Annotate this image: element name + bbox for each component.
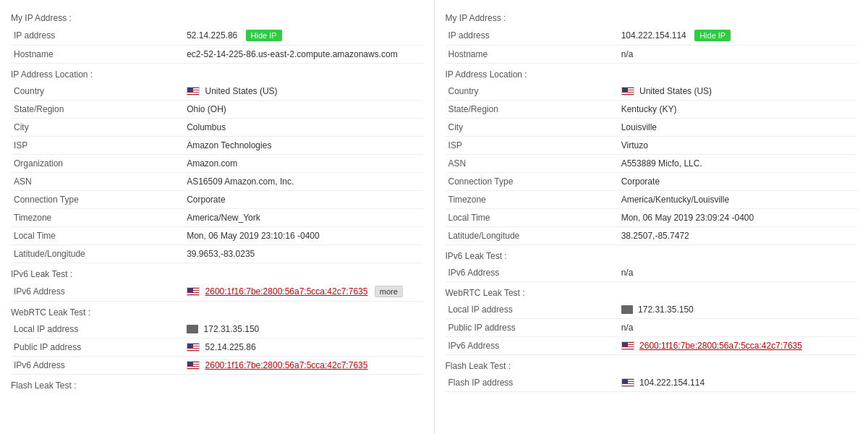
left-isp-value: Amazon Technologies (184, 137, 422, 155)
right-ll-label: Latitude/Longitude (446, 227, 618, 245)
left-country-value: United States (US) (205, 86, 278, 96)
left-org-label: Organization (11, 155, 184, 173)
left-ipv6-title: IPv6 Leak Test : (11, 269, 423, 279)
left-public-ip-row: Public IP address 52.14.225.86 (11, 339, 423, 357)
left-ip-value: 52.14.225.86 (187, 30, 237, 41)
right-city-row: City Louisville (446, 119, 858, 137)
right-ip-value-cell: 104.222.154.114 Hide IP (618, 26, 857, 46)
right-flash-table: Flash IP address 104.222.154.114 (446, 374, 858, 392)
left-ll-row: Latitude/Longitude 39.9653,-83.0235 (11, 245, 423, 263)
left-hide-ip-button[interactable]: Hide IP (246, 30, 282, 41)
left-local-ip-value: 172.31.35.150 (204, 324, 260, 334)
right-country-flag (621, 87, 634, 95)
right-public-ip-row: Public IP address n/a (446, 319, 858, 337)
left-conn-row: Connection Type Corporate (11, 191, 423, 209)
right-tz-row: Timezone America/Kentucky/Louisville (446, 191, 858, 209)
left-ipv6-flag (187, 287, 200, 296)
right-webrtc-ipv6-value-cell: 2600:1f16:7be:2800:56a7:5cca:42c7:7635 (618, 337, 857, 355)
left-ipv6-row: IPv6 Address 2600:1f16:7be:2800:56a7:5cc… (11, 282, 423, 302)
left-asn-label: ASN (11, 173, 184, 191)
left-public-ip-label: Public IP address (11, 339, 184, 357)
right-ip-label: IP address (446, 26, 618, 46)
right-asn-value: A553889 Micfo, LLC. (618, 155, 857, 173)
left-panel: My IP Address : IP address 52.14.225.86 … (0, 0, 435, 434)
left-tz-label: Timezone (11, 209, 184, 227)
right-hide-ip-button[interactable]: Hide IP (694, 30, 731, 41)
left-tz-value: America/New_York (184, 209, 422, 227)
right-conn-label: Connection Type (446, 173, 618, 191)
right-panel: My IP Address : IP address 104.222.154.1… (435, 0, 869, 434)
right-ipv6-row: IPv6 Address n/a (446, 264, 858, 282)
left-isp-label: ISP (11, 137, 184, 155)
right-webrtc-ipv6-label: IPv6 Address (446, 337, 618, 355)
right-flash-flag (621, 378, 634, 387)
right-location-table: Country United States (US) State/Region … (446, 82, 858, 245)
left-country-value-cell: United States (US) (184, 82, 422, 101)
right-public-ip-value: n/a (618, 319, 857, 337)
left-ipv6-label: IPv6 Address (11, 282, 184, 302)
right-hostname-label: Hostname (446, 46, 618, 64)
right-local-ip-value: 172.31.35.150 (638, 305, 694, 315)
left-ipv6-table: IPv6 Address 2600:1f16:7be:2800:56a7:5cc… (11, 282, 423, 302)
right-flash-label: Flash IP address (446, 374, 618, 392)
right-public-ip-label: Public IP address (446, 319, 618, 337)
right-conn-row: Connection Type Corporate (446, 173, 858, 191)
left-local-ip-row: Local IP address 172.31.35.150 (11, 320, 423, 339)
left-webrtc-title: WebRTC Leak Test : (11, 307, 423, 318)
right-ipv6-title: IPv6 Leak Test : (446, 251, 858, 261)
right-webrtc-ipv6-row: IPv6 Address 2600:1f16:7be:2800:56a7:5cc… (446, 337, 858, 355)
left-asn-row: ASN AS16509 Amazon.com, Inc. (11, 173, 423, 191)
left-state-label: State/Region (11, 101, 184, 119)
right-ip-row: IP address 104.222.154.114 Hide IP (446, 26, 858, 46)
right-ll-row: Latitude/Longitude 38.2507,-85.7472 (446, 227, 858, 245)
right-city-label: City (446, 119, 618, 137)
left-my-ip-title: My IP Address : (11, 13, 423, 23)
right-state-value: Kentucky (KY) (618, 101, 857, 119)
left-ipv6-more-button[interactable]: more (375, 286, 403, 297)
right-webrtc-ipv6-flag (621, 341, 634, 350)
left-isp-row: ISP Amazon Technologies (11, 137, 423, 155)
right-tz-value: America/Kentucky/Louisville (618, 191, 857, 209)
left-public-ip-value-cell: 52.14.225.86 (184, 339, 422, 357)
right-isp-value: Virtuzo (618, 137, 857, 155)
right-state-label: State/Region (446, 101, 618, 119)
right-local-ip-row: Local IP address 172.31.35.150 (446, 301, 858, 319)
right-flash-row: Flash IP address 104.222.154.114 (446, 374, 858, 392)
left-country-label: Country (11, 82, 184, 101)
left-lt-value: Mon, 06 May 2019 23:10:16 -0400 (184, 227, 422, 245)
left-conn-value: Corporate (184, 191, 422, 209)
right-local-ip-value-cell: 172.31.35.150 (618, 301, 857, 319)
right-state-row: State/Region Kentucky (KY) (446, 101, 858, 119)
left-webrtc-ipv6-value-cell: 2600:1f16:7be:2800:56a7:5cca:42c7:7635 (184, 357, 422, 375)
left-state-row: State/Region Ohio (OH) (11, 101, 423, 119)
right-country-label: Country (446, 82, 618, 101)
right-webrtc-ipv6-value: 2600:1f16:7be:2800:56a7:5cca:42c7:7635 (639, 341, 802, 351)
right-isp-label: ISP (446, 137, 618, 155)
left-hostname-row: Hostname ec2-52-14-225-86.us-east-2.comp… (11, 46, 423, 64)
left-conn-label: Connection Type (11, 191, 184, 209)
right-lt-row: Local Time Mon, 06 May 2019 23:09:24 -04… (446, 209, 858, 227)
left-hostname-value: ec2-52-14-225-86.us-east-2.compute.amazo… (184, 46, 422, 64)
right-country-row: Country United States (US) (446, 82, 858, 101)
right-webrtc-table: Local IP address 172.31.35.150 Public IP… (446, 301, 858, 355)
left-country-row: Country United States (US) (11, 82, 423, 101)
left-org-row: Organization Amazon.com (11, 155, 423, 173)
left-location-title: IP Address Location : (11, 69, 423, 80)
right-local-ip-icon (621, 305, 633, 314)
left-public-ip-value: 52.14.225.86 (205, 342, 256, 352)
right-hostname-row: Hostname n/a (446, 46, 858, 64)
left-lt-row: Local Time Mon, 06 May 2019 23:10:16 -04… (11, 227, 423, 245)
left-local-ip-label: Local IP address (11, 320, 184, 339)
left-lt-label: Local Time (11, 227, 184, 245)
left-org-value: Amazon.com (184, 155, 422, 173)
right-ipv6-label: IPv6 Address (446, 264, 618, 282)
left-public-ip-flag (187, 343, 200, 352)
left-asn-value: AS16509 Amazon.com, Inc. (184, 173, 422, 191)
right-ipv6-value: n/a (618, 264, 857, 282)
left-ip-label: IP address (11, 26, 184, 46)
right-ll-value: 38.2507,-85.7472 (618, 227, 857, 245)
right-flash-value: 104.222.154.114 (639, 378, 705, 388)
left-local-ip-value-cell: 172.31.35.150 (184, 320, 422, 339)
left-ll-value: 39.9653,-83.0235 (184, 245, 422, 263)
right-country-value-cell: United States (US) (618, 82, 857, 101)
